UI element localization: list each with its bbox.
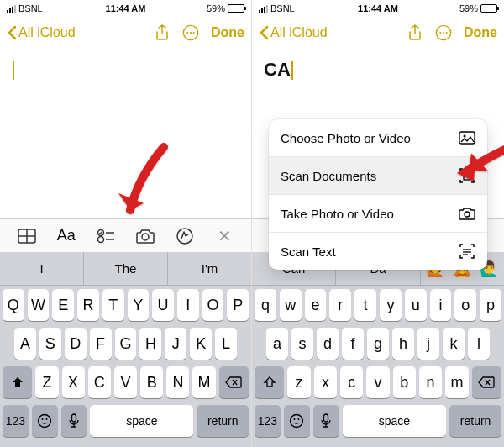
suggestion[interactable]: I'm [168, 252, 251, 285]
camera-icon [459, 205, 475, 222]
key[interactable]: u [405, 289, 427, 321]
key[interactable]: U [152, 289, 174, 321]
done-button[interactable]: Done [211, 25, 244, 40]
key[interactable]: t [354, 289, 376, 321]
key[interactable]: O [202, 289, 224, 321]
key[interactable]: l [468, 328, 490, 360]
key[interactable]: z [287, 366, 310, 398]
shift-key[interactable] [3, 366, 32, 398]
key[interactable]: N [166, 366, 189, 398]
key[interactable]: f [342, 328, 364, 360]
key[interactable]: b [393, 366, 416, 398]
key[interactable]: e [305, 289, 327, 321]
delete-key[interactable] [472, 366, 501, 398]
key[interactable]: P [227, 289, 249, 321]
key[interactable]: g [367, 328, 389, 360]
key[interactable]: M [192, 366, 215, 398]
shift-key[interactable] [255, 366, 284, 398]
carrier-label: BSNL [270, 3, 295, 13]
emoji-key[interactable] [284, 405, 310, 437]
menu-scan-text[interactable]: Scan Text [269, 233, 487, 270]
key[interactable]: H [139, 328, 161, 360]
share-icon[interactable] [407, 24, 423, 41]
key[interactable]: m [445, 366, 468, 398]
menu-take-photo[interactable]: Take Photo or Video [269, 195, 487, 233]
key[interactable]: Y [128, 289, 150, 321]
note-editor[interactable] [0, 49, 251, 91]
back-button[interactable]: All iCloud [259, 25, 328, 40]
key[interactable]: x [314, 366, 337, 398]
return-key[interactable]: return [449, 405, 501, 437]
suggestion[interactable]: I [0, 252, 84, 285]
markup-icon[interactable] [171, 223, 198, 250]
key[interactable]: r [329, 289, 351, 321]
menu-label: Scan Text [281, 245, 336, 259]
space-key[interactable]: space [343, 405, 447, 437]
key[interactable]: h [392, 328, 414, 360]
key[interactable]: j [417, 328, 439, 360]
clock: 11:44 AM [358, 3, 398, 13]
key[interactable]: T [102, 289, 124, 321]
svg-point-3 [193, 32, 195, 34]
key[interactable]: w [280, 289, 302, 321]
key[interactable]: W [28, 289, 50, 321]
emoji-key[interactable] [32, 405, 58, 437]
key[interactable]: I [177, 289, 199, 321]
keyboard: I The I'm QWERTYUIOP ASDFGHJKL ZXCVBNM 1… [0, 252, 251, 447]
key[interactable]: Z [35, 366, 58, 398]
key[interactable]: E [52, 289, 74, 321]
key[interactable]: o [454, 289, 476, 321]
phone-right: BSNL 11:44 AM 59% All iCloud Done [252, 0, 504, 447]
key[interactable]: S [39, 328, 61, 360]
key[interactable]: i [430, 289, 452, 321]
key[interactable]: F [90, 328, 112, 360]
delete-key[interactable] [219, 366, 249, 398]
numbers-key[interactable]: 123 [3, 405, 29, 437]
suggestion[interactable]: The [84, 252, 168, 285]
svg-point-24 [465, 212, 470, 217]
done-button[interactable]: Done [464, 25, 497, 40]
key[interactable]: B [140, 366, 163, 398]
key[interactable]: p [480, 289, 501, 321]
mic-key[interactable] [61, 405, 87, 437]
key[interactable]: A [14, 328, 36, 360]
key[interactable]: R [77, 289, 99, 321]
key[interactable]: q [255, 289, 276, 321]
key[interactable]: D [65, 328, 87, 360]
menu-label: Scan Documents [281, 169, 376, 183]
svg-point-2 [190, 32, 192, 34]
space-key[interactable]: space [90, 405, 193, 437]
battery-pct: 59% [459, 3, 478, 13]
key[interactable]: y [380, 289, 402, 321]
more-icon[interactable] [435, 24, 452, 41]
numbers-key[interactable]: 123 [255, 405, 281, 437]
table-icon[interactable] [13, 223, 40, 250]
key[interactable]: J [165, 328, 186, 360]
key[interactable]: n [419, 366, 442, 398]
key[interactable]: Q [3, 289, 24, 321]
key[interactable]: K [190, 328, 212, 360]
key[interactable]: G [115, 328, 137, 360]
more-icon[interactable] [182, 24, 199, 41]
share-icon[interactable] [154, 24, 171, 41]
key-row: ZXCVBNM [3, 366, 249, 398]
mic-key[interactable] [313, 405, 339, 437]
signal-icon [259, 5, 268, 13]
key[interactable]: a [266, 328, 288, 360]
key[interactable]: c [340, 366, 363, 398]
key[interactable]: v [366, 366, 389, 398]
key[interactable]: d [317, 328, 339, 360]
close-icon[interactable]: ✕ [211, 223, 238, 250]
key[interactable]: C [88, 366, 111, 398]
back-button[interactable]: All iCloud [7, 25, 76, 40]
key[interactable]: L [215, 328, 237, 360]
key[interactable]: X [62, 366, 85, 398]
key[interactable]: V [114, 366, 137, 398]
note-editor[interactable]: CA [252, 49, 504, 91]
text-cursor [13, 61, 14, 80]
key[interactable]: k [443, 328, 465, 360]
key[interactable]: s [291, 328, 313, 360]
nav-bar: All iCloud Done [0, 17, 251, 49]
format-text-button[interactable]: Aa [53, 223, 80, 250]
return-key[interactable]: return [197, 405, 249, 437]
